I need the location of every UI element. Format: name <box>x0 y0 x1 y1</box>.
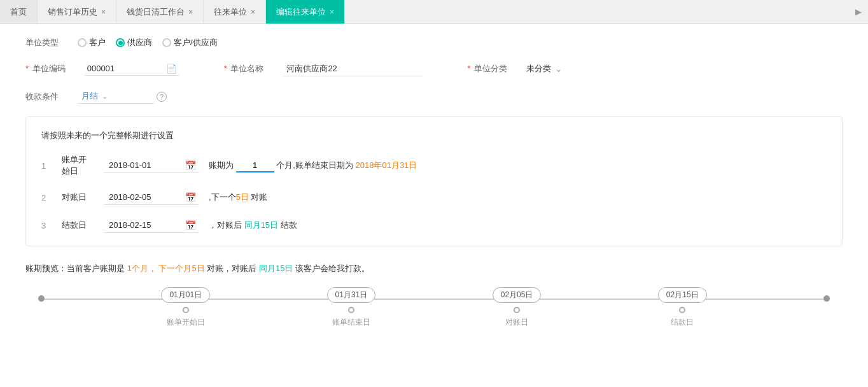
period-num-1: 1 <box>41 161 52 171</box>
payment-condition-arrow: ⌄ <box>102 92 108 101</box>
calendar-icon-3[interactable]: 📅 <box>185 220 196 230</box>
period-date-input-1[interactable] <box>106 159 183 171</box>
unit-name-input[interactable] <box>283 61 423 76</box>
radio-both[interactable]: 客户/供应商 <box>162 37 218 48</box>
period-num-2: 2 <box>41 193 52 202</box>
reconcile-highlight: 5日 <box>236 192 249 202</box>
unit-code-label: * 单位编码 <box>25 63 66 74</box>
calendar-icon-2[interactable]: 📅 <box>185 192 196 202</box>
period-box-title: 请按照未来的一个完整帐期进行设置 <box>41 130 827 141</box>
unit-classification-arrow[interactable]: ⌄ <box>555 64 563 74</box>
period-row-3: 3 结款日 📅 ，对账后 同月15日 结款 <box>41 218 827 233</box>
unit-classification-select[interactable]: 未分类 ⌄ <box>526 63 563 74</box>
period-date-field-1[interactable]: 📅 <box>104 158 199 173</box>
unit-type-row: 单位类型 客户 供应商 客户/供应商 <box>25 37 843 48</box>
timeline-point-3: 02月05日 对账日 <box>493 287 542 328</box>
close-partner-units[interactable]: × <box>251 8 255 17</box>
timeline-label-2: 账单结束日 <box>332 317 370 328</box>
months-input[interactable] <box>236 159 274 172</box>
unit-code-input[interactable] <box>87 64 164 73</box>
timeline-start-dot <box>38 295 45 302</box>
unit-name-label: * 单位名称 <box>224 63 264 74</box>
tab-partner-units[interactable]: 往来单位 × <box>204 0 266 24</box>
timeline-badge-2: 01月31日 <box>327 287 376 303</box>
main-content: 单位类型 客户 供应商 客户/供应商 * 单位编码 📄 * <box>0 24 868 387</box>
tab-arrow[interactable]: ▶ <box>849 0 868 24</box>
period-date-field-2[interactable]: 📅 <box>104 190 199 205</box>
close-edit-partner[interactable]: × <box>330 8 334 17</box>
unit-classification-label: * 单位分类 <box>467 63 507 74</box>
tab-cash-work[interactable]: 钱货日清工作台 × <box>116 0 204 24</box>
payment-condition-value: 月结 <box>81 90 98 102</box>
period-end-date: 2018年01月31日 <box>356 160 417 170</box>
radio-supplier[interactable]: 供应商 <box>116 37 152 48</box>
period-date-input-3[interactable] <box>106 219 183 231</box>
timeline-badge-4: 02月15日 <box>658 287 707 303</box>
period-row-1: 1 账单开始日 📅 账期为 个月,账单结束日期为 2018年01月31日 <box>41 154 827 177</box>
tab-sales-history[interactable]: 销售订单历史 × <box>38 0 116 24</box>
period-date-field-3[interactable]: 📅 <box>104 218 199 233</box>
tab-home[interactable]: 首页 <box>0 0 38 24</box>
period-desc-3: ，对账后 同月15日 结款 <box>209 220 297 231</box>
radio-customer-circle <box>78 38 87 47</box>
timeline-label-3: 对账日 <box>505 317 528 328</box>
radio-customer[interactable]: 客户 <box>78 37 106 48</box>
tab-bar: 首页 销售订单历史 × 钱货日清工作台 × 往来单位 × 编辑往来单位 × ▶ <box>0 0 868 24</box>
payment-condition-row: 收款条件 月结 ⌄ ? <box>25 89 843 104</box>
preview-reconcile-day: 下一个月5日 <box>158 264 204 273</box>
timeline-point-1: 01月01日 账单开始日 <box>161 287 210 328</box>
period-desc-1: 账期为 个月,账单结束日期为 2018年01月31日 <box>209 159 417 172</box>
preview-text: 账期预览：当前客户账期是 1个月， 下一个月5日 对账，对账后 同月15日 该客… <box>25 257 843 287</box>
period-num-3: 3 <box>41 221 52 230</box>
calendar-icon-1[interactable]: 📅 <box>185 160 196 171</box>
tab-edit-partner[interactable]: 编辑往来单位 × <box>266 0 345 24</box>
period-label-1: 账单开始日 <box>62 154 94 177</box>
payment-condition-dropdown[interactable]: 月结 ⌄ ? <box>78 89 167 104</box>
period-label-2: 对账日 <box>62 192 94 203</box>
radio-both-circle <box>162 38 171 47</box>
timeline-point-2: 01月31日 账单结束日 <box>327 287 376 328</box>
close-sales-history[interactable]: × <box>101 8 106 17</box>
timeline-badge-1: 01月01日 <box>161 287 210 303</box>
radio-customer-label: 客户 <box>89 37 106 48</box>
timeline-label-1: 账单开始日 <box>167 317 205 328</box>
radio-supplier-label: 供应商 <box>127 37 152 48</box>
payment-condition-select[interactable]: 月结 ⌄ <box>78 89 154 104</box>
radio-both-label: 客户/供应商 <box>174 37 218 48</box>
close-cash-work[interactable]: × <box>188 8 193 17</box>
period-label-3: 结款日 <box>62 220 94 231</box>
radio-supplier-circle <box>116 38 125 47</box>
timeline-label-4: 结款日 <box>671 317 694 328</box>
preview-payment-day: 同月15日 <box>259 264 293 273</box>
period-row-2: 2 对账日 📅 ,下一个5日 对账 <box>41 190 827 205</box>
unit-code-field[interactable]: 📄 <box>85 62 179 76</box>
period-date-input-2[interactable] <box>106 191 183 203</box>
payment-highlight: 同月15日 <box>244 220 278 230</box>
unit-classification-value: 未分类 <box>526 63 551 74</box>
preview-months: 1个月， <box>127 264 157 273</box>
timeline-point-4: 02月15日 结款日 <box>658 287 707 328</box>
timeline-wrapper: 01月01日 账单开始日 01月31日 账单结束日 02月05日 对账日 <box>25 287 843 328</box>
unit-type-radio-group: 客户 供应商 客户/供应商 <box>78 37 218 48</box>
unit-info-row: * 单位编码 📄 * 单位名称 * 单位分类 未分类 ⌄ <box>25 61 843 76</box>
payment-condition-label: 收款条件 <box>25 91 59 102</box>
timeline-container: 01月01日 账单开始日 01月31日 账单结束日 02月05日 对账日 <box>38 287 830 328</box>
period-settings-box: 请按照未来的一个完整帐期进行设置 1 账单开始日 📅 账期为 个月,账单结束日期… <box>25 116 843 246</box>
payment-help-icon[interactable]: ? <box>157 92 167 102</box>
timeline-badge-3: 02月05日 <box>493 287 542 303</box>
unit-code-icon[interactable]: 📄 <box>166 64 177 74</box>
unit-type-label: 单位类型 <box>25 37 59 48</box>
timeline-end-dot <box>823 295 830 302</box>
period-desc-2: ,下一个5日 对账 <box>209 192 267 203</box>
